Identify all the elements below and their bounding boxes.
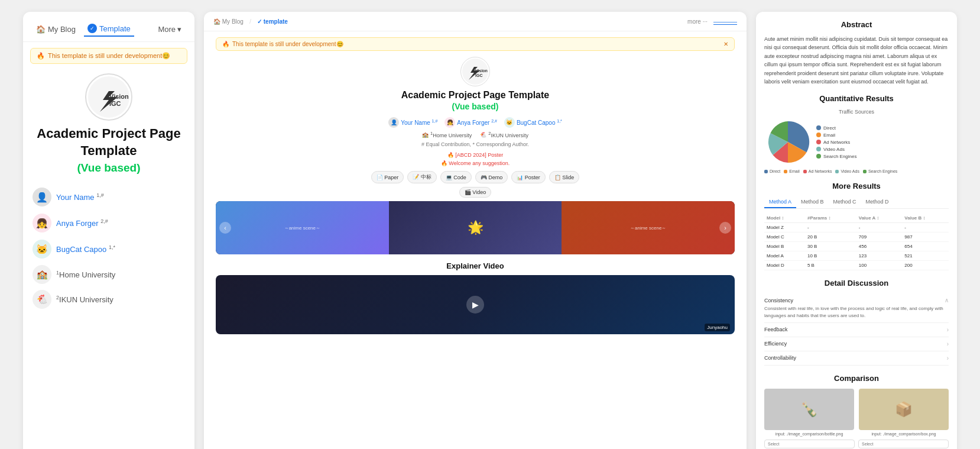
c-author-1: 👧 Anya Forger 2,# (444, 117, 497, 128)
badge-demo[interactable]: 🎮 Demo (475, 171, 508, 183)
center-logo: Vision IGC (216, 57, 735, 86)
mini-nav-template[interactable]: ✓ template (257, 18, 288, 25)
comp-img-block-1: 📦 input: ./image_comparison/box.png (859, 389, 949, 436)
detail-item-2: Efficiency › (764, 337, 949, 351)
c-author-name-1: Anya Forger 2,# (457, 119, 497, 126)
col-value-a: Value A ↕ (856, 214, 903, 223)
author-avatar-0: 👤 (33, 188, 51, 206)
legend-adnetworks: Ad Networks (816, 140, 856, 145)
mini-nav-myblog[interactable]: 🏠 My Blog (213, 18, 244, 25)
legend-dot-email (816, 133, 821, 137)
col-model: Model ↕ (764, 214, 805, 223)
mini-nav: 🏠 My Blog / ✓ template more ··· ———— (204, 12, 747, 31)
svg-text:Vision: Vision (475, 69, 488, 73)
tab-method-c[interactable]: Method C (829, 196, 861, 208)
c-author-0: 👤 Your Name 1,# (388, 117, 437, 128)
legend-dot-search (816, 154, 821, 159)
chevron-down-icon: ▾ (177, 25, 181, 34)
carousel-next[interactable]: › (719, 222, 731, 234)
detail-label-2: Efficiency (764, 341, 787, 347)
logo-circle: Vision IGC (85, 73, 132, 121)
detail-label-3: Controllability (764, 355, 796, 361)
chevron-icon-2[interactable]: › (947, 341, 949, 347)
affil-name-1: 2IKUN University (56, 295, 113, 304)
table-row: Model C20 B709987 (764, 232, 949, 242)
home-icon: 🏠 (36, 25, 46, 34)
c-carousel: ～anime scene～ 🌟 ～anime scene～ ‹ › (216, 201, 735, 254)
author-avatar-2: 🐱 (33, 240, 51, 259)
comp-select-1[interactable] (858, 440, 949, 448)
c-affil-name-1: 2IKUN University (488, 131, 528, 138)
nav-template[interactable]: ✓ Template (84, 21, 134, 37)
c-affil-name-0: 1Home University (430, 131, 472, 138)
main-title-sub: (Vue based) (23, 161, 194, 175)
legend-dot-video (816, 147, 821, 151)
detail-heading: Detail Discussion (764, 279, 949, 288)
detail-label-0: Consistency (764, 298, 793, 303)
detail-item-0: Consistency ∧ Consistent with real life,… (764, 293, 949, 322)
c-title: Academic Project Page Template (216, 90, 735, 101)
c-author-avatar-2: 🐱 (504, 117, 515, 128)
c-subtitle: (Vue based) (216, 102, 735, 111)
c-author-avatar-0: 👤 (388, 117, 399, 128)
affil-avatar-0: 🏫 (33, 265, 51, 284)
quant-heading: Quantitative Results (764, 94, 949, 103)
pie-chart (764, 118, 812, 166)
legend-dot-ad (816, 140, 821, 144)
badge-slide[interactable]: 📋 Slide (549, 171, 580, 183)
nav-more[interactable]: More ▾ (154, 22, 185, 36)
detail-text-0: Consistent with real life, in love with … (764, 305, 949, 318)
c-author-name-0: Your Name 1,# (401, 119, 437, 126)
main-title: Academic Project Page Template (23, 125, 194, 159)
author-name-0: Your Name 1,# (56, 192, 104, 202)
tab-method-a[interactable]: Method A (764, 196, 796, 208)
legend-videoads: Video Ads (816, 147, 856, 152)
author-list: 👤 Your Name 1,# 👧 Anya Forger 2,# 🐱 BugC… (23, 184, 194, 312)
comp-img-1: 📦 (859, 389, 949, 430)
badge-poster[interactable]: 📊 Poster (511, 171, 546, 183)
chevron-up-icon[interactable]: ∧ (945, 297, 949, 303)
affil-name-0: 1Home University (56, 270, 115, 279)
comp-input-row (764, 440, 949, 448)
badge-code[interactable]: 💻 Code (440, 171, 472, 183)
c-authors-row: 👤 Your Name 1,# 👧 Anya Forger 2,# 🐱 BugC… (216, 117, 735, 128)
c-author-name-2: BugCat Capoo 1,* (517, 119, 562, 126)
comp-select-0[interactable] (764, 440, 855, 448)
nav-myblog[interactable]: 🏠 My Blog (33, 22, 79, 36)
close-icon-mini[interactable]: ✕ (723, 41, 728, 47)
comp-img-block-0: 🍾 input: ./image_comparison/bottle.png (764, 389, 854, 436)
carousel-img-2: ～anime scene～ (562, 201, 735, 254)
badge-paper[interactable]: 📄 Paper (371, 171, 404, 183)
chevron-icon-3[interactable]: › (947, 355, 949, 361)
badge-zhongbiao[interactable]: 📝 中标 (407, 171, 437, 183)
video-thumb[interactable]: ▶ Junyaohu (216, 275, 735, 334)
right-panel: Abstract Aute amet minim mollit nisi adi… (756, 12, 957, 449)
logo-area: Vision IGC (23, 73, 194, 121)
badge-video[interactable]: 🎬 Video (459, 187, 491, 198)
author-name-1: Anya Forger 2,# (56, 218, 108, 228)
affil-avatar-1: 🐔 (33, 290, 51, 309)
affil-item-0: 🏫 1Home University (33, 262, 185, 287)
video-label: Junyaohu (705, 324, 730, 331)
mini-alert: 🔥 This template is still under developme… (216, 37, 735, 51)
chevron-icon-1[interactable]: › (947, 327, 949, 333)
results-table: Model ↕ #Params ↕ Value A ↕ Value B ↕ Mo… (764, 214, 949, 270)
abstract-text: Aute amet minim mollit nisi adipiscing c… (764, 35, 949, 86)
comp-img-label-0: input: ./image_comparison/bottle.png (764, 432, 854, 436)
mini-nav-link[interactable]: ———— (713, 18, 737, 25)
fire-icon-mini: 🔥 (222, 41, 229, 47)
svg-text:IGC: IGC (475, 73, 482, 77)
explainer-video-title: Explainer Video (216, 261, 735, 270)
center-logo-svg: Vision IGC (462, 59, 488, 85)
mini-nav-more[interactable]: more ··· (687, 18, 708, 25)
c-author-avatar-1: 👧 (444, 117, 455, 128)
tab-method-b[interactable]: Method B (796, 196, 829, 208)
quant-section: Quantitative Results Traffic Sources (764, 94, 949, 173)
play-icon: ▶ (466, 296, 484, 314)
comparison-section: Comparison 🍾 input: ./image_comparison/b… (764, 374, 949, 448)
carousel-img-0: ～anime scene～ (216, 201, 389, 254)
legend-dot-direct (816, 125, 821, 130)
tab-method-d[interactable]: Method D (861, 196, 894, 208)
more-results-heading: More Results (764, 182, 949, 190)
carousel-prev[interactable]: ‹ (219, 222, 231, 234)
